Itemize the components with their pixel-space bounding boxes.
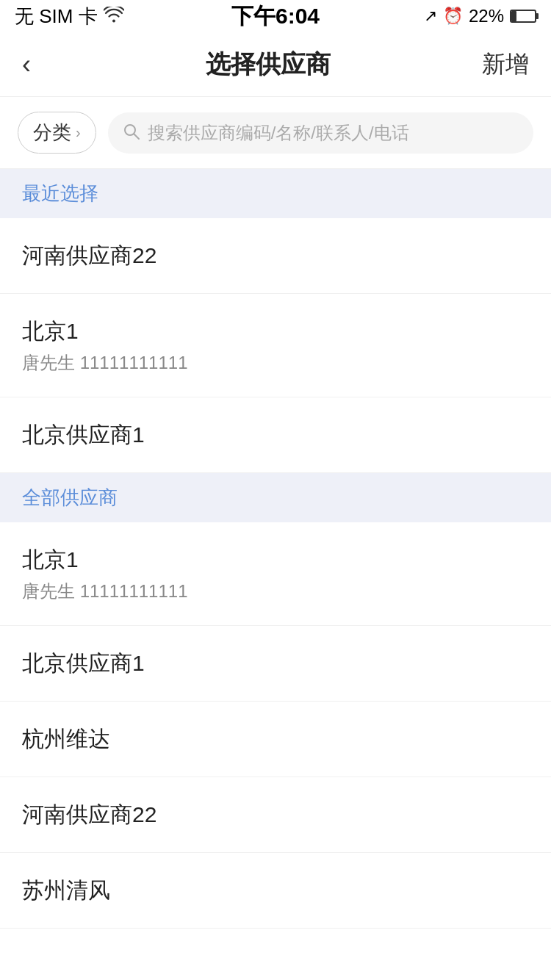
search-icon	[123, 123, 140, 143]
add-button[interactable]: 新增	[470, 48, 529, 81]
list-item[interactable]: 北京1唐先生 11111111111	[0, 294, 551, 397]
list-item[interactable]: 苏州清风	[0, 853, 551, 929]
location-icon: ↗	[424, 7, 437, 26]
item-name: 河南供应商22	[22, 799, 529, 830]
status-right: ↗ ⏰ 22%	[424, 6, 536, 26]
item-name: 北京1	[22, 316, 529, 347]
alarm-icon: ⏰	[443, 7, 463, 26]
svg-line-1	[134, 134, 139, 139]
wifi-icon	[104, 5, 124, 28]
battery-icon	[510, 10, 536, 23]
status-bar: 无 SIM 卡 下午6:04 ↗ ⏰ 22%	[0, 0, 551, 32]
item-name: 北京供应商1	[22, 648, 529, 679]
no-sim-text: 无 SIM 卡	[15, 4, 98, 29]
recent-section-header: 最近选择	[0, 169, 551, 218]
all-items-list: 北京1唐先生 11111111111北京供应商1杭州维达河南供应商22苏州清风	[0, 522, 551, 929]
list-item[interactable]: 河南供应商22	[0, 218, 551, 294]
recent-items-list: 河南供应商22北京1唐先生 11111111111北京供应商1	[0, 218, 551, 473]
item-sub: 唐先生 11111111111	[22, 580, 529, 603]
item-name: 杭州维达	[22, 724, 529, 754]
item-name: 北京供应商1	[22, 419, 529, 450]
recent-section-label: 最近选择	[22, 182, 98, 204]
list-item[interactable]: 北京供应商1	[0, 397, 551, 473]
page-title: 选择供应商	[206, 48, 331, 82]
list-item[interactable]: 北京1唐先生 11111111111	[0, 522, 551, 626]
list-item[interactable]: 杭州维达	[0, 702, 551, 777]
category-button[interactable]: 分类 ›	[18, 112, 96, 154]
status-time: 下午6:04	[231, 1, 320, 32]
all-section-label: 全部供应商	[22, 486, 118, 508]
nav-bar: ‹ 选择供应商 新增	[0, 32, 551, 97]
search-input-wrap[interactable]: 搜索供应商编码/名称/联系人/电话	[108, 112, 533, 154]
item-name: 河南供应商22	[22, 240, 529, 271]
back-button[interactable]: ‹	[22, 49, 66, 80]
battery-percent: 22%	[469, 6, 504, 26]
list-item[interactable]: 北京供应商1	[0, 626, 551, 702]
item-name: 苏州清风	[22, 875, 529, 906]
chevron-right-icon: ›	[76, 124, 81, 141]
item-name: 北京1	[22, 544, 529, 575]
all-section-header: 全部供应商	[0, 473, 551, 522]
list-item[interactable]: 河南供应商22	[0, 777, 551, 853]
item-sub: 唐先生 11111111111	[22, 351, 529, 375]
search-bar: 分类 › 搜索供应商编码/名称/联系人/电话	[0, 97, 551, 169]
status-left: 无 SIM 卡	[15, 4, 124, 29]
search-placeholder: 搜索供应商编码/名称/联系人/电话	[148, 121, 409, 145]
category-label: 分类	[33, 120, 71, 145]
